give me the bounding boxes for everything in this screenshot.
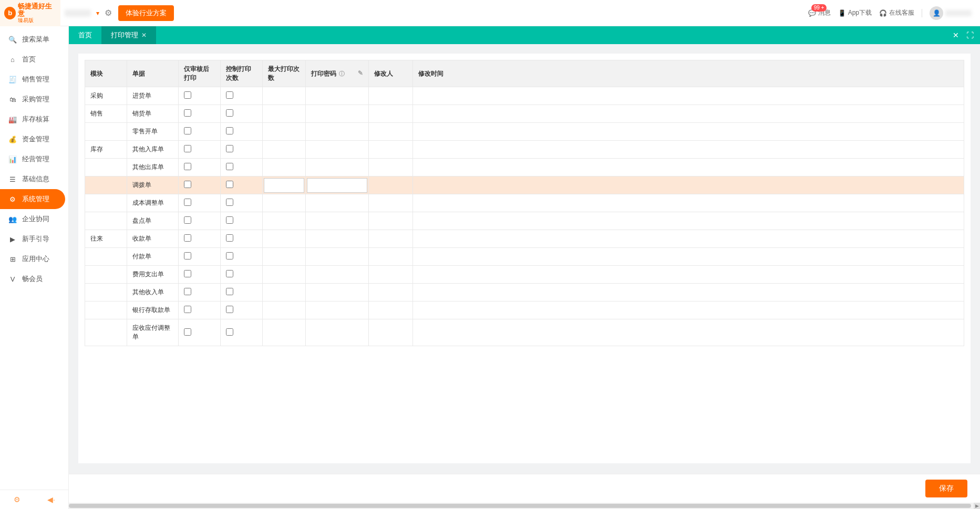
avatar-icon: 👤 bbox=[930, 6, 943, 20]
sidebar-item-5[interactable]: 💰资金管理 bbox=[0, 129, 68, 149]
topbar: b 畅捷通好生意 臻易版 ▾ ⚙ 体验行业方案 💬 消息 99 + 📱 App下… bbox=[0, 0, 980, 26]
content-area: 模块 单据 仅审核后打印 控制打印次数 最大打印次数 打印密码 ⓘ ✎ bbox=[69, 44, 980, 474]
tab-1[interactable]: 打印管理✕ bbox=[101, 26, 156, 44]
sidebar-item-7[interactable]: ☰基础信息 bbox=[0, 169, 68, 189]
checkbox[interactable] bbox=[184, 199, 191, 206]
col-header-audit-only: 仅审核后打印 bbox=[179, 60, 221, 87]
scrollbar-right-arrow[interactable]: ▶ bbox=[974, 503, 980, 509]
col-header-modifier: 修改人 bbox=[369, 60, 413, 87]
checkbox[interactable] bbox=[184, 270, 191, 277]
edit-column-icon[interactable]: ✎ bbox=[358, 69, 363, 77]
checkbox[interactable] bbox=[226, 199, 233, 206]
sidebar-item-label: 搜索菜单 bbox=[22, 35, 49, 44]
checkbox[interactable] bbox=[226, 270, 233, 277]
cell-pwd bbox=[306, 87, 369, 105]
checkbox[interactable] bbox=[226, 306, 233, 313]
col-header-pwd-text: 打印密码 bbox=[311, 70, 336, 77]
table-row: 采购进货单 bbox=[85, 87, 964, 105]
cell-modifier bbox=[369, 266, 413, 284]
close-icon[interactable]: ✕ bbox=[141, 32, 147, 39]
cell-audit-only bbox=[179, 302, 221, 319]
checkbox[interactable] bbox=[226, 145, 233, 152]
sidebar-item-2[interactable]: 🧾销售管理 bbox=[0, 69, 68, 89]
logo-text-sub: 臻易版 bbox=[18, 17, 56, 23]
cell-modifier bbox=[369, 123, 413, 141]
checkbox[interactable] bbox=[226, 181, 233, 188]
checkbox[interactable] bbox=[184, 91, 191, 99]
tab-close-all-button[interactable]: ✕ bbox=[951, 29, 961, 41]
messages-button[interactable]: 💬 消息 99 + bbox=[808, 8, 831, 17]
sidebar-item-label: 经营管理 bbox=[22, 154, 49, 164]
cell-doc: 费用支出单 bbox=[127, 266, 179, 284]
checkbox[interactable] bbox=[226, 91, 233, 99]
cell-ctrl-count bbox=[221, 159, 263, 176]
gear-icon[interactable]: ⚙ bbox=[105, 8, 112, 18]
cell-ctrl-count bbox=[221, 141, 263, 159]
checkbox[interactable] bbox=[226, 252, 233, 259]
checkbox[interactable] bbox=[184, 252, 191, 259]
checkbox[interactable] bbox=[184, 288, 191, 295]
sidebar-item-8[interactable]: ⚙系统管理 bbox=[0, 189, 65, 209]
sidebar-settings-button[interactable]: ⚙ bbox=[0, 490, 34, 509]
checkbox[interactable] bbox=[184, 181, 191, 188]
cell-modifier bbox=[369, 141, 413, 159]
sidebar-item-12[interactable]: V畅会员 bbox=[0, 269, 68, 289]
print-password-input[interactable] bbox=[307, 178, 367, 193]
company-selector[interactable]: ▾ bbox=[65, 9, 105, 17]
cell-audit-only bbox=[179, 319, 221, 346]
col-header-pwd: 打印密码 ⓘ ✎ bbox=[306, 60, 369, 87]
cell-max-count bbox=[263, 319, 306, 346]
panel: 模块 单据 仅审核后打印 控制打印次数 最大打印次数 打印密码 ⓘ ✎ bbox=[78, 54, 971, 463]
scrollbar-thumb[interactable] bbox=[69, 504, 971, 508]
checkbox[interactable] bbox=[184, 145, 191, 152]
sidebar-item-10[interactable]: ▶新手引导 bbox=[0, 229, 68, 249]
gear-icon: ⚙ bbox=[14, 495, 20, 504]
checkbox[interactable] bbox=[184, 328, 191, 336]
experience-plan-button[interactable]: 体验行业方案 bbox=[118, 5, 174, 21]
user-menu[interactable]: 👤 bbox=[930, 6, 972, 20]
sidebar-item-6[interactable]: 📊经营管理 bbox=[0, 149, 68, 169]
sidebar-collapse-button[interactable]: ◀· bbox=[34, 490, 68, 509]
table-row: 成本调整单 bbox=[85, 194, 964, 212]
tab-0[interactable]: 首页 bbox=[69, 26, 101, 44]
cell-pwd bbox=[306, 123, 369, 141]
checkbox[interactable] bbox=[226, 216, 233, 224]
col-header-doc: 单据 bbox=[127, 60, 179, 87]
checkbox[interactable] bbox=[226, 288, 233, 295]
checkbox[interactable] bbox=[184, 127, 191, 134]
checkbox[interactable] bbox=[184, 234, 191, 242]
sidebar-item-9[interactable]: 👥企业协同 bbox=[0, 209, 68, 229]
fullscreen-button[interactable]: ⛶ bbox=[964, 29, 976, 41]
logo-text-main: 畅捷通好生意 bbox=[18, 3, 56, 18]
online-service-button[interactable]: 🎧 在线客服 bbox=[879, 8, 914, 17]
menu-icon: 🔍 bbox=[8, 35, 17, 44]
checkbox[interactable] bbox=[226, 328, 233, 336]
sidebar-item-1[interactable]: ⌂首页 bbox=[0, 49, 68, 69]
cell-audit-only bbox=[179, 212, 221, 230]
sidebar-item-label: 企业协同 bbox=[22, 214, 49, 224]
checkbox[interactable] bbox=[184, 109, 191, 117]
sidebar-item-0[interactable]: 🔍搜索菜单 bbox=[0, 29, 68, 49]
logo[interactable]: b 畅捷通好生意 臻易版 bbox=[0, 0, 60, 26]
help-icon[interactable]: ⓘ bbox=[339, 70, 345, 77]
table-row: 零售开单 bbox=[85, 123, 964, 141]
max-count-input[interactable] bbox=[264, 178, 304, 193]
horizontal-scrollbar[interactable]: ▶ bbox=[69, 503, 980, 509]
menu-icon: ⌂ bbox=[8, 55, 17, 64]
cell-modifier bbox=[369, 319, 413, 346]
checkbox[interactable] bbox=[184, 216, 191, 224]
sidebar-footer: ⚙ ◀· bbox=[0, 490, 68, 509]
checkbox[interactable] bbox=[184, 306, 191, 313]
checkbox[interactable] bbox=[184, 163, 191, 170]
app-download-button[interactable]: 📱 App下载 bbox=[838, 8, 872, 17]
save-button[interactable]: 保存 bbox=[925, 480, 967, 497]
menu-icon: ▶ bbox=[8, 235, 17, 243]
checkbox[interactable] bbox=[226, 163, 233, 170]
checkbox[interactable] bbox=[226, 127, 233, 134]
checkbox[interactable] bbox=[226, 234, 233, 242]
checkbox[interactable] bbox=[226, 109, 233, 117]
cell-modified-at bbox=[413, 284, 964, 302]
sidebar-item-3[interactable]: 🛍采购管理 bbox=[0, 89, 68, 109]
sidebar-item-4[interactable]: 🏭库存核算 bbox=[0, 109, 68, 129]
sidebar-item-11[interactable]: ⊞应用中心 bbox=[0, 249, 68, 269]
